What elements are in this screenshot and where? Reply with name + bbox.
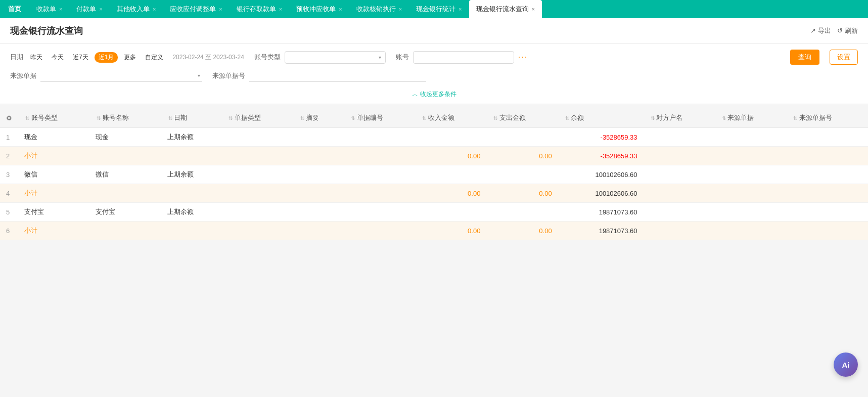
date-btn-1month[interactable]: 近1月: [95, 52, 118, 63]
cell-date: [161, 184, 222, 203]
nav-tab-1[interactable]: 付款单 ×: [69, 0, 109, 18]
account-input[interactable]: [413, 51, 514, 64]
nav-tab-6[interactable]: 收款核销执行 ×: [349, 0, 409, 18]
account-filter-group: 账号 ···: [396, 51, 528, 64]
cell-income: 0.00: [415, 147, 486, 165]
account-type-filter-group: 账号类型 ▾: [254, 51, 386, 64]
cell-counterpart: [644, 165, 715, 184]
table-row: 6 小计 0.00 0.00 19871073.60: [0, 222, 868, 240]
date-btn-more[interactable]: 更多: [121, 52, 139, 63]
th-date-sort-icon[interactable]: ⇅: [168, 115, 172, 121]
table-body: 1 现金 现金 上期余额 -3528659.33 2 小计 0.00 0.00 …: [0, 128, 868, 240]
th-doc-type: ⇅ 单据类型: [221, 108, 293, 128]
row-num: 4: [0, 184, 18, 203]
date-btn-custom[interactable]: 自定义: [142, 52, 166, 63]
close-tab-0[interactable]: ×: [59, 6, 62, 12]
main-table: ⚙ ⇅ 账号类型 ⇅ 账号名称 ⇅ 日期 ⇅ 单据类型: [0, 108, 868, 240]
cell-doc-type: [221, 147, 293, 165]
th-account-name-sort-icon[interactable]: ⇅: [97, 115, 101, 121]
collapse-bar[interactable]: ︿ 收起更多条件: [10, 87, 858, 100]
th-account-type-sort-icon[interactable]: ⇅: [25, 115, 29, 121]
th-balance-sort-icon[interactable]: ⇅: [565, 115, 569, 121]
th-doc-num: ⇅ 单据编号: [344, 108, 415, 128]
settings-button[interactable]: 设置: [830, 50, 858, 65]
nav-home[interactable]: 首页: [0, 0, 29, 18]
nav-tab-5[interactable]: 预收冲应收单 ×: [289, 0, 349, 18]
cell-account-type: 微信: [18, 165, 89, 184]
nav-tab-2[interactable]: 其他收入单 ×: [110, 0, 163, 18]
cell-doc-num: [344, 147, 415, 165]
cell-doc-num: [344, 222, 415, 240]
source-doc-num-input[interactable]: [249, 70, 426, 82]
date-btn-yesterday[interactable]: 昨天: [27, 52, 45, 63]
cell-date: 上期余额: [161, 128, 222, 147]
close-tab-6[interactable]: ×: [399, 6, 402, 12]
filter-row-1: 日期 昨天 今天 近7天 近1月 更多 自定义 2023-02-24 至 202…: [10, 50, 858, 65]
cell-source-doc-num: [786, 128, 868, 147]
cell-date: [161, 222, 222, 240]
th-expense: ⇅ 支出金额: [486, 108, 558, 128]
nav-tab-4[interactable]: 银行存取款单 ×: [230, 0, 289, 18]
cell-expense: [486, 203, 558, 222]
th-account-name: ⇅ 账号名称: [89, 108, 161, 128]
cell-doc-type: [221, 222, 293, 240]
account-type-select[interactable]: ▾: [285, 51, 386, 64]
cell-source-doc: [715, 147, 786, 165]
cell-balance: -3528659.33: [558, 147, 644, 165]
th-date: ⇅ 日期: [161, 108, 222, 128]
column-settings-icon[interactable]: ⚙: [6, 114, 12, 122]
table-row: 4 小计 0.00 0.00 100102606.60: [0, 184, 868, 203]
nav-tab-0[interactable]: 收款单 ×: [29, 0, 69, 18]
close-tab-8[interactable]: ×: [532, 6, 535, 12]
cell-summary: [293, 184, 344, 203]
th-source-doc-num-sort-icon[interactable]: ⇅: [793, 115, 797, 121]
query-button[interactable]: 查询: [790, 50, 819, 65]
cell-balance: 100102606.60: [558, 165, 644, 184]
cell-income: 0.00: [415, 184, 486, 203]
th-doc-num-sort-icon[interactable]: ⇅: [351, 115, 355, 121]
close-tab-1[interactable]: ×: [99, 6, 102, 12]
nav-tab-3[interactable]: 应收应付调整单 ×: [163, 0, 229, 18]
cell-account-type: 支付宝: [18, 203, 89, 222]
nav-tab-8[interactable]: 现金银行流水查询 ×: [469, 0, 542, 18]
export-button[interactable]: ↗ 导出: [810, 26, 831, 35]
date-btn-today[interactable]: 今天: [49, 52, 67, 63]
close-tab-3[interactable]: ×: [219, 6, 222, 12]
export-icon: ↗: [810, 27, 816, 34]
cell-doc-type: [221, 184, 293, 203]
account-label: 账号: [396, 53, 409, 62]
cell-expense: 0.00: [486, 184, 558, 203]
date-filter-group: 日期 昨天 今天 近7天 近1月 更多 自定义 2023-02-24 至 202…: [10, 52, 244, 63]
cell-date: 上期余额: [161, 165, 222, 184]
cell-summary: [293, 203, 344, 222]
cell-counterpart: [644, 184, 715, 203]
th-source-doc-sort-icon[interactable]: ⇅: [722, 115, 726, 121]
source-doc-label: 来源单据: [10, 71, 36, 80]
th-summary-sort-icon[interactable]: ⇅: [300, 115, 304, 121]
cell-account-name: [89, 147, 161, 165]
table-row: 1 现金 现金 上期余额 -3528659.33: [0, 128, 868, 147]
nav-tab-7[interactable]: 现金银行统计 ×: [409, 0, 469, 18]
row-num: 5: [0, 203, 18, 222]
close-tab-7[interactable]: ×: [459, 6, 462, 12]
account-dots-button[interactable]: ···: [518, 53, 528, 62]
cell-account-type: 小计: [18, 184, 89, 203]
th-doc-type-sort-icon[interactable]: ⇅: [229, 115, 233, 121]
th-counterpart-sort-icon[interactable]: ⇅: [651, 115, 655, 121]
date-btn-7days[interactable]: 近7天: [70, 52, 92, 63]
close-tab-2[interactable]: ×: [153, 6, 156, 12]
cell-counterpart: [644, 222, 715, 240]
th-income-sort-icon[interactable]: ⇅: [422, 115, 426, 121]
page-header: 现金银行流水查询 ↗ 导出 ↺ 刷新: [0, 18, 868, 43]
th-expense-sort-icon[interactable]: ⇅: [493, 115, 497, 121]
source-doc-select[interactable]: ▾: [40, 70, 202, 82]
cell-doc-num: [344, 165, 415, 184]
close-tab-5[interactable]: ×: [339, 6, 342, 12]
date-range-text: 2023-02-24 至 2023-03-24: [172, 53, 244, 62]
cell-source-doc: [715, 128, 786, 147]
top-nav: 首页 收款单 × 付款单 × 其他收入单 × 应收应付调整单 × 银行存取款单 …: [0, 0, 868, 18]
th-counterpart: ⇅ 对方户名: [644, 108, 715, 128]
refresh-button[interactable]: ↺ 刷新: [837, 26, 858, 35]
cell-doc-type: [221, 203, 293, 222]
close-tab-4[interactable]: ×: [279, 6, 282, 12]
